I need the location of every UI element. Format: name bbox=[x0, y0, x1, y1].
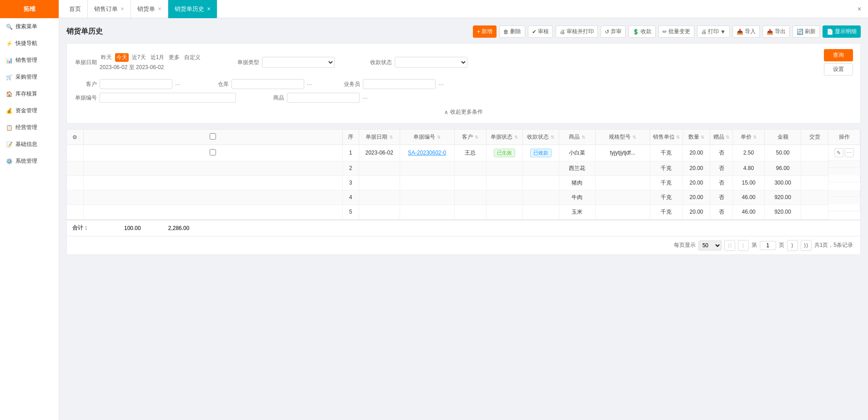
tab-home[interactable]: 首页 bbox=[63, 0, 88, 18]
col-qty-header[interactable]: 数量 ⇅ bbox=[683, 130, 710, 145]
row-trade-cell bbox=[801, 161, 828, 175]
search-icon: 🔍 bbox=[5, 23, 13, 30]
sidebar-item-sys-mgmt[interactable]: ⚙️ 系统管理 bbox=[0, 153, 59, 170]
main-area: 首页 销售订单 ✕ 销货单 ✕ 销货单历史 ✕ ✕ 销货单历史 + 新增 bbox=[59, 0, 868, 420]
print-button[interactable]: 🖨 打印 ▼ bbox=[697, 25, 730, 38]
collect-button[interactable]: 💲 收款 bbox=[628, 25, 656, 38]
batch-icon: ✏ bbox=[662, 29, 667, 35]
client-input[interactable] bbox=[100, 79, 172, 89]
yesterday-shortcut[interactable]: 昨天 bbox=[100, 53, 113, 62]
last-page-btn[interactable]: ⟩⟩ bbox=[801, 240, 812, 251]
filter-row-1: 单据日期 昨天 今天 近7天 近1月 更多 自定义 2023-06-02 至 2… bbox=[74, 49, 853, 75]
sidebar-item-operation[interactable]: 📋 经营管理 bbox=[0, 119, 59, 136]
client-ellipsis[interactable]: ··· bbox=[175, 80, 181, 88]
filter-client-item: 客户 ··· bbox=[74, 79, 181, 89]
show-detail-button[interactable]: 📄 显示明细 bbox=[823, 25, 861, 38]
row-qty-cell: 20.00 bbox=[683, 161, 710, 175]
filter-warehouse-item: 仓库 ··· bbox=[206, 79, 312, 89]
doc-type-label: 单据类型 bbox=[236, 59, 259, 66]
collect-icon: 💲 bbox=[632, 29, 639, 35]
row-action-cell bbox=[828, 190, 860, 197]
row-price-cell: 46.00 bbox=[733, 190, 765, 205]
sidebar-item-sales-mgmt[interactable]: 📊 销售管理 bbox=[0, 52, 59, 69]
custom-shortcut[interactable]: 自定义 bbox=[183, 53, 202, 62]
filter-row-3: 单据编号 商品 ··· bbox=[74, 93, 853, 103]
page-go-label: 第 bbox=[752, 241, 757, 249]
today-shortcut[interactable]: 今天 bbox=[115, 53, 129, 62]
refresh-button[interactable]: 🔄 刷新 bbox=[793, 25, 820, 38]
select-all-checkbox[interactable] bbox=[210, 133, 216, 140]
row-settings-cell bbox=[67, 145, 83, 161]
row-goods-cell: 西兰花 bbox=[559, 161, 595, 175]
gear-icon: ⚙️ bbox=[5, 158, 13, 165]
tab-sales-order[interactable]: 销售订单 ✕ bbox=[88, 0, 131, 18]
col-gift-header[interactable]: 赠品 ⇅ bbox=[710, 130, 733, 145]
col-price-header[interactable]: 单价 ⇅ bbox=[733, 130, 765, 145]
sidebar-item-finance[interactable]: 💰 资金管理 bbox=[0, 102, 59, 119]
first-page-btn[interactable]: ⟨⟨ bbox=[724, 240, 735, 251]
delete-icon: 🗑 bbox=[503, 29, 509, 35]
col-client-header[interactable]: 客户 ⇅ bbox=[454, 130, 486, 145]
doc-code-link[interactable]: SA-20230602-0 bbox=[408, 150, 446, 156]
warehouse-ellipsis[interactable]: ··· bbox=[307, 80, 312, 88]
doc-no-input[interactable] bbox=[100, 93, 236, 103]
settings-button[interactable]: 设置 bbox=[824, 63, 853, 75]
col-date-header[interactable]: 单据日期 ⇅ bbox=[359, 130, 400, 145]
query-button[interactable]: 查询 bbox=[824, 49, 853, 61]
close-all-tabs-btn[interactable]: ✕ bbox=[854, 5, 864, 13]
doc-type-select[interactable] bbox=[262, 57, 335, 68]
col-spec-header[interactable]: 规格型号 ⇅ bbox=[595, 130, 650, 145]
batch-change-button[interactable]: ✏ 批量变更 bbox=[658, 25, 694, 38]
settings-gear-icon[interactable]: ⚙ bbox=[72, 134, 77, 140]
col-doc-status-header[interactable]: 单据状态 ⇅ bbox=[486, 130, 522, 145]
tab-sales-history-close[interactable]: ✕ bbox=[207, 6, 211, 11]
col-unit-header[interactable]: 销售单位 ⇅ bbox=[650, 130, 682, 145]
col-goods-header[interactable]: 商品 ⇅ bbox=[559, 130, 595, 145]
tab-sales-history[interactable]: 销货单历史 ✕ bbox=[168, 0, 217, 18]
more-action-btn[interactable]: ⋯ bbox=[845, 148, 854, 157]
import-button[interactable]: 📥 导入 bbox=[733, 25, 760, 38]
tab-sales-order-close[interactable]: ✕ bbox=[120, 6, 124, 11]
goods-input[interactable] bbox=[287, 93, 360, 103]
goods-ellipsis[interactable]: ··· bbox=[362, 94, 368, 101]
refresh-icon: 🔄 bbox=[797, 29, 803, 35]
col-pay-status-header[interactable]: 收款状态 ⇅ bbox=[522, 130, 559, 145]
row-doc-status-cell bbox=[486, 175, 522, 190]
sidebar-item-inventory[interactable]: 🏠 库存核算 bbox=[0, 85, 59, 102]
collapse-filter-btn[interactable]: ∧ 收起更多条件 bbox=[442, 106, 485, 118]
sidebar-item-purchase-mgmt[interactable]: 🛒 采购管理 bbox=[0, 69, 59, 85]
client-col-label: 客户 bbox=[462, 134, 473, 140]
page-input[interactable] bbox=[760, 241, 776, 250]
audit-button[interactable]: ✔ 审核 bbox=[528, 25, 553, 38]
next-page-btn[interactable]: ⟩ bbox=[787, 240, 798, 251]
abandon-button[interactable]: ↺ 弃审 bbox=[601, 25, 626, 38]
last7-shortcut[interactable]: 近7天 bbox=[130, 53, 147, 62]
delete-button[interactable]: 🗑 删除 bbox=[499, 25, 525, 38]
edit-action-btn[interactable]: ✎ bbox=[834, 148, 843, 157]
row-checkbox[interactable] bbox=[210, 149, 216, 155]
tab-sales-invoice[interactable]: 销货单 ✕ bbox=[131, 0, 168, 18]
staff-ellipsis[interactable]: ··· bbox=[438, 80, 444, 88]
add-button[interactable]: + 新增 bbox=[473, 25, 497, 38]
per-page-select[interactable]: 50 20 100 bbox=[698, 240, 722, 250]
table-row: 4 牛肉 千克 20.00 否 46.00 920.00 bbox=[67, 190, 860, 205]
audit-print-button[interactable]: 🖨 审核并打印 bbox=[556, 25, 598, 38]
sidebar-item-label: 经营管理 bbox=[15, 124, 37, 131]
staff-input[interactable] bbox=[363, 79, 436, 89]
warehouse-input[interactable] bbox=[231, 79, 304, 89]
sidebar-item-quick-nav[interactable]: ⚡ 快捷导航 bbox=[0, 35, 59, 52]
tab-sales-invoice-close[interactable]: ✕ bbox=[158, 6, 161, 11]
code-sort-icon: ⇅ bbox=[437, 135, 441, 140]
export-button[interactable]: 📤 导出 bbox=[763, 25, 790, 38]
tab-sales-order-label: 销售订单 bbox=[94, 5, 118, 13]
col-code-header[interactable]: 单据编号 ⇅ bbox=[400, 130, 454, 145]
pay-status-select[interactable] bbox=[395, 57, 467, 68]
prev-page-btn[interactable]: ⟨ bbox=[738, 240, 749, 251]
row-amount-cell: 920.00 bbox=[765, 190, 801, 205]
more-shortcut[interactable]: 更多 bbox=[167, 53, 181, 62]
sidebar-item-basic-info[interactable]: 📝 基础信息 bbox=[0, 136, 59, 153]
tab-sales-invoice-label: 销货单 bbox=[137, 5, 155, 13]
last-month-shortcut[interactable]: 近1月 bbox=[149, 53, 166, 62]
sidebar-item-search-menu[interactable]: 🔍 搜索菜单 bbox=[0, 18, 59, 35]
date-range-display: 2023-06-02 至 2023-06-02 bbox=[100, 64, 202, 71]
